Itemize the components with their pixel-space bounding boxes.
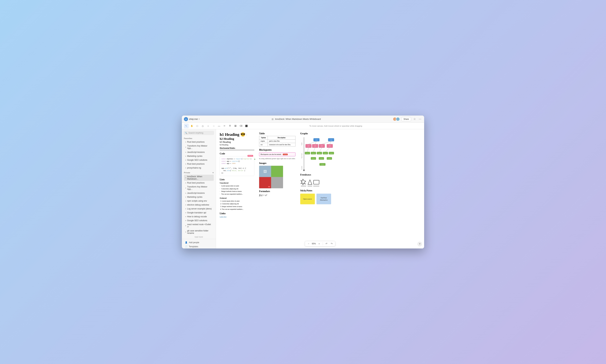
sidebar-item[interactable]: Google SEO solutions (184, 219, 214, 222)
sidebar-item[interactable]: Rust best practices (184, 181, 214, 185)
sticky-note-blue: OneNote Alternative (317, 194, 331, 204)
sidebar-item[interactable]: Google translator api (184, 211, 214, 215)
svg-text:Invisible: Invisible (301, 166, 302, 170)
list-item: You can use sequential numbers... (220, 193, 254, 195)
data-table: Option Description engine path to data f… (259, 136, 295, 146)
image-q2 (271, 166, 283, 177)
sidebar-item[interactable]: How to debug vscode (184, 215, 214, 219)
username: shiqi.mei (189, 118, 198, 120)
sidebar-item[interactable]: git case sensitive folder rename (184, 229, 214, 235)
svg-text:Activity: Activity (312, 158, 315, 159)
user-menu[interactable]: s shiqi.mei ▾ (184, 117, 200, 121)
svg-text:USER: USER (307, 145, 310, 146)
rectangle-tool[interactable]: □ (195, 124, 200, 128)
line-tool[interactable]: — (217, 124, 221, 128)
graphs-title: Graphs (300, 132, 339, 135)
eraser-tool[interactable]: ⌫ (238, 124, 243, 128)
load-more-button[interactable]: load more (184, 235, 214, 239)
sidebar-item[interactable]: Log server example (deno) (184, 207, 214, 211)
george-tag: George (283, 154, 288, 155)
link-text[interactable]: Link Text (220, 216, 226, 218)
templates-label: Templates (189, 245, 198, 248)
sidebar-item[interactable]: react nested route <Outlet /> (184, 222, 214, 229)
diamond-tool[interactable]: ◇ (200, 124, 205, 128)
search-placeholder: Search Anything (188, 132, 203, 134)
svg-line-38 (308, 141, 317, 144)
stickynotes-title: StickyNotes (300, 189, 339, 192)
help-button[interactable]: ? (417, 242, 422, 247)
sidebar-item[interactable]: Transform Any Meteor App... (184, 185, 214, 191)
svg-text:Activity: Activity (306, 153, 309, 154)
svg-text:Activity: Activity (321, 164, 324, 165)
ordered-title: Ordered (220, 197, 254, 199)
sidebar-item[interactable]: Transform Any Meteor App... (184, 144, 214, 150)
undo-button[interactable]: ↶ (325, 242, 329, 246)
sidebar-item[interactable]: JavaScript lessions (184, 150, 214, 154)
list-item: You can use sequential numbers... (222, 208, 254, 211)
list-item: Integer molestie lorem at massa (222, 205, 254, 208)
h3-heading: h3 Heading (220, 141, 254, 143)
image-q3 (259, 177, 271, 188)
ellipse-tool[interactable]: ○ (206, 124, 210, 128)
add-people-button[interactable]: 👤 Add people (184, 240, 214, 245)
table-title: Table (259, 132, 295, 135)
svg-text:USER: USER (315, 140, 318, 141)
arrow-tool[interactable]: → (211, 124, 216, 128)
sidebar-item[interactable]: Rust best practices (184, 162, 214, 166)
svg-rect-46 (313, 180, 319, 184)
sidebar-item[interactable]: Rust best practices (184, 140, 214, 144)
sidebar-item[interactable]: npm scripts using env (184, 199, 214, 203)
pen-tool[interactable]: ✏ (222, 124, 227, 128)
list-item: Consectetur adipiscing elit (220, 187, 254, 190)
sidebar-item[interactable]: JavaScript lessions (184, 191, 214, 195)
image-tool[interactable]: 🖼 (233, 124, 238, 128)
canvas-area[interactable]: h1 Heading 😎 · h2 Heading h3 Heading h4 … (216, 129, 424, 248)
svg-text:Activity: Activity (318, 153, 321, 154)
sidebar-item[interactable]: Marketing cycles (184, 195, 214, 199)
canvas-mid-col: Table Option Description engine (259, 132, 295, 218)
add-private-button[interactable]: + (212, 171, 214, 174)
svg-text:Head: Head (329, 146, 331, 147)
sidebar-item[interactable]: Google SEO solutions (184, 158, 214, 162)
sidebar-item[interactable]: Marketing cycles (184, 154, 214, 158)
more-button[interactable]: ⋯ (418, 117, 422, 121)
svg-text:Head: Head (308, 146, 309, 147)
blockquote-text: by using additional greater signs right … (259, 157, 295, 160)
favorites-section: Favorites Rust best practices Transform … (182, 136, 216, 170)
zoom-out-button[interactable]: − (307, 242, 310, 246)
h1-heading: h1 Heading 😎 · (220, 132, 254, 137)
sidebar-item-active[interactable]: InnoDeck: When Markdown... (184, 175, 214, 181)
sidebar-item[interactable]: proxychains-ng (184, 166, 214, 170)
freedraw-shapes (300, 178, 321, 187)
person-icon: 👤 (185, 241, 188, 244)
favorites-title: Favorites (184, 137, 214, 139)
table-row: engine path to data files (259, 139, 295, 143)
title-bar: s shiqi.mei ▾ ⊞ InnoDeck: When Markdown … (182, 116, 424, 123)
hand-tool[interactable]: ✋ (189, 124, 194, 128)
templates-button[interactable]: 📄 Templates (184, 245, 214, 248)
zoom-in-button[interactable]: + (317, 242, 321, 246)
sidebar-item[interactable]: electron debug webview (184, 203, 214, 207)
canvas-bottom-bar: − 95% + ↶ ↷ (305, 241, 335, 247)
svg-text:USER: USER (329, 145, 331, 146)
zoom-level: 95% (312, 243, 316, 245)
search-box[interactable]: 🔍 Search Anything (184, 131, 214, 135)
private-section: Private + InnoDeck: When Markdown... Rus… (182, 170, 216, 239)
app-window: s shiqi.mei ▾ ⊞ InnoDeck: When Markdown … (182, 116, 424, 248)
main-area: 🔍 Search Anything Favorites Rust best pr… (182, 129, 424, 248)
share-button[interactable]: Share (401, 117, 411, 121)
links-title: Links (220, 212, 254, 215)
search-icon: 🔍 (185, 132, 187, 134)
unordered-title: Unordered (220, 182, 254, 184)
code-run-icon: ▶ (254, 158, 256, 160)
select-tool[interactable]: ↖ (184, 124, 189, 128)
svg-rect-11 (312, 144, 318, 148)
table-row: ext extension to be used for dest files. (259, 143, 295, 146)
frame-tool[interactable]: ⬛ (244, 124, 249, 128)
chevron-down-icon: ▾ (199, 118, 200, 120)
redo-button[interactable]: ↷ (330, 242, 333, 246)
svg-rect-8 (305, 144, 311, 148)
text-tool[interactable]: T (228, 124, 232, 128)
star-button[interactable]: ☆ (413, 117, 417, 121)
add-people-label: Add people (189, 241, 199, 244)
